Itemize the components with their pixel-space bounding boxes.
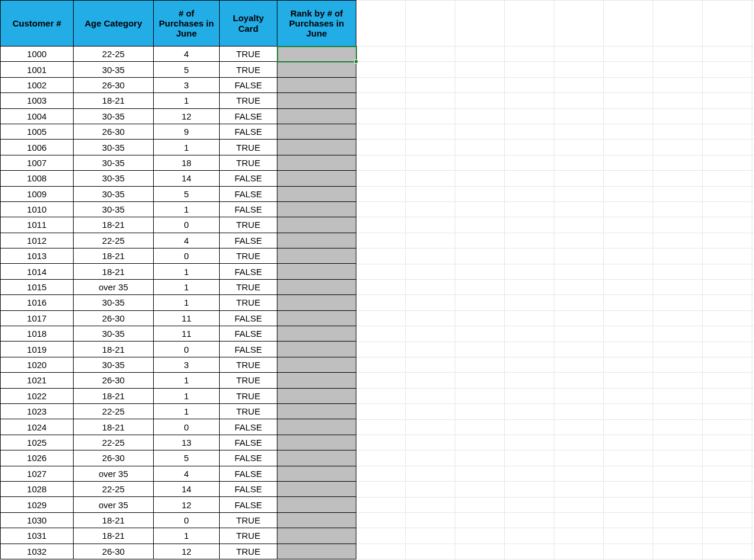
cell-rank[interactable]: [277, 373, 356, 388]
cell-customer-number[interactable]: 1020: [1, 357, 74, 372]
cell-age-category[interactable]: 30-35: [74, 108, 154, 124]
header-purchases[interactable]: # of Purchases in June: [154, 1, 220, 47]
cell-rank[interactable]: [277, 403, 356, 419]
cell-rank[interactable]: [277, 279, 356, 294]
cell-age-category[interactable]: 22-25: [74, 233, 154, 248]
cell-age-category[interactable]: over 35: [74, 466, 154, 481]
cell-purchases[interactable]: 5: [154, 186, 220, 201]
cell-rank[interactable]: [277, 326, 356, 342]
cell-rank[interactable]: [277, 481, 356, 496]
cell-customer-number[interactable]: 1015: [1, 279, 74, 294]
cell-loyalty-card[interactable]: FALSE: [220, 233, 277, 248]
table-row[interactable]: 102626-305FALSE: [1, 450, 356, 466]
cell-rank[interactable]: [277, 295, 356, 310]
cell-loyalty-card[interactable]: FALSE: [220, 481, 277, 496]
cell-age-category[interactable]: 30-35: [74, 201, 154, 217]
table-row[interactable]: 102218-211TRUE: [1, 388, 356, 403]
cell-purchases[interactable]: 4: [154, 233, 220, 248]
cell-age-category[interactable]: 18-21: [74, 419, 154, 435]
cell-purchases[interactable]: 5: [154, 450, 220, 466]
table-row[interactable]: 101318-210TRUE: [1, 248, 356, 264]
cell-rank[interactable]: [277, 201, 356, 217]
cell-rank[interactable]: [277, 248, 356, 264]
cell-purchases[interactable]: 4: [154, 47, 220, 62]
cell-loyalty-card[interactable]: FALSE: [220, 186, 277, 201]
cell-purchases[interactable]: 1: [154, 373, 220, 388]
cell-age-category[interactable]: 18-21: [74, 528, 154, 544]
cell-rank[interactable]: [277, 419, 356, 435]
cell-rank[interactable]: [277, 450, 356, 466]
cell-loyalty-card[interactable]: TRUE: [220, 140, 277, 155]
cell-age-category[interactable]: 26-30: [74, 124, 154, 139]
cell-loyalty-card[interactable]: TRUE: [220, 357, 277, 372]
cell-purchases[interactable]: 1: [154, 140, 220, 155]
table-row[interactable]: 101222-254FALSE: [1, 233, 356, 248]
table-row[interactable]: 103226-3012TRUE: [1, 544, 356, 559]
cell-age-category[interactable]: 26-30: [74, 544, 154, 559]
cell-purchases[interactable]: 1: [154, 279, 220, 294]
header-age-category[interactable]: Age Category: [74, 1, 154, 47]
cell-customer-number[interactable]: 1000: [1, 47, 74, 62]
cell-age-category[interactable]: 22-25: [74, 435, 154, 450]
cell-loyalty-card[interactable]: TRUE: [220, 512, 277, 528]
table-row[interactable]: 1027over 354FALSE: [1, 466, 356, 481]
cell-purchases[interactable]: 1: [154, 93, 220, 108]
cell-age-category[interactable]: 26-30: [74, 373, 154, 388]
cell-age-category[interactable]: 26-30: [74, 450, 154, 466]
cell-rank[interactable]: [277, 233, 356, 248]
cell-customer-number[interactable]: 1012: [1, 233, 74, 248]
table-row[interactable]: 100226-303FALSE: [1, 77, 356, 92]
cell-loyalty-card[interactable]: TRUE: [220, 155, 277, 170]
table-row[interactable]: 102418-210FALSE: [1, 419, 356, 435]
cell-customer-number[interactable]: 1003: [1, 93, 74, 108]
cell-purchases[interactable]: 0: [154, 248, 220, 264]
cell-age-category[interactable]: 30-35: [74, 295, 154, 310]
table-row[interactable]: 102322-251TRUE: [1, 403, 356, 419]
cell-loyalty-card[interactable]: FALSE: [220, 201, 277, 217]
cell-age-category[interactable]: 26-30: [74, 77, 154, 92]
cell-purchases[interactable]: 1: [154, 264, 220, 279]
cell-rank[interactable]: [277, 93, 356, 108]
cell-loyalty-card[interactable]: TRUE: [220, 217, 277, 233]
cell-loyalty-card[interactable]: FALSE: [220, 435, 277, 450]
cell-purchases[interactable]: 1: [154, 295, 220, 310]
cell-customer-number[interactable]: 1032: [1, 544, 74, 559]
table-row[interactable]: 1015over 351TRUE: [1, 279, 356, 294]
cell-rank[interactable]: [277, 77, 356, 92]
cell-customer-number[interactable]: 1019: [1, 342, 74, 357]
cell-purchases[interactable]: 11: [154, 326, 220, 342]
cell-age-category[interactable]: 30-35: [74, 186, 154, 201]
cell-rank[interactable]: [277, 47, 356, 62]
cell-purchases[interactable]: 14: [154, 481, 220, 496]
cell-customer-number[interactable]: 1024: [1, 419, 74, 435]
cell-rank[interactable]: [277, 140, 356, 155]
cell-rank[interactable]: [277, 155, 356, 170]
table-row[interactable]: 100930-355FALSE: [1, 186, 356, 201]
cell-rank[interactable]: [277, 62, 356, 77]
cell-rank[interactable]: [277, 528, 356, 544]
cell-rank[interactable]: [277, 264, 356, 279]
cell-customer-number[interactable]: 1017: [1, 310, 74, 326]
table-row[interactable]: 102030-353TRUE: [1, 357, 356, 372]
cell-loyalty-card[interactable]: TRUE: [220, 47, 277, 62]
cell-purchases[interactable]: 0: [154, 419, 220, 435]
cell-rank[interactable]: [277, 310, 356, 326]
cell-customer-number[interactable]: 1025: [1, 435, 74, 450]
cell-loyalty-card[interactable]: TRUE: [220, 279, 277, 294]
cell-customer-number[interactable]: 1016: [1, 295, 74, 310]
cell-loyalty-card[interactable]: FALSE: [220, 171, 277, 186]
cell-rank[interactable]: [277, 186, 356, 201]
cell-rank[interactable]: [277, 388, 356, 403]
cell-loyalty-card[interactable]: FALSE: [220, 310, 277, 326]
cell-age-category[interactable]: 18-21: [74, 512, 154, 528]
cell-age-category[interactable]: 30-35: [74, 357, 154, 372]
cell-customer-number[interactable]: 1007: [1, 155, 74, 170]
header-rank[interactable]: Rank by # of Purchases in June: [277, 1, 356, 47]
table-row[interactable]: 102126-301TRUE: [1, 373, 356, 388]
cell-age-category[interactable]: 30-35: [74, 62, 154, 77]
cell-purchases[interactable]: 3: [154, 357, 220, 372]
cell-age-category[interactable]: 18-21: [74, 93, 154, 108]
table-row[interactable]: 103118-211TRUE: [1, 528, 356, 544]
table-row[interactable]: 100730-3518TRUE: [1, 155, 356, 170]
cell-customer-number[interactable]: 1001: [1, 62, 74, 77]
